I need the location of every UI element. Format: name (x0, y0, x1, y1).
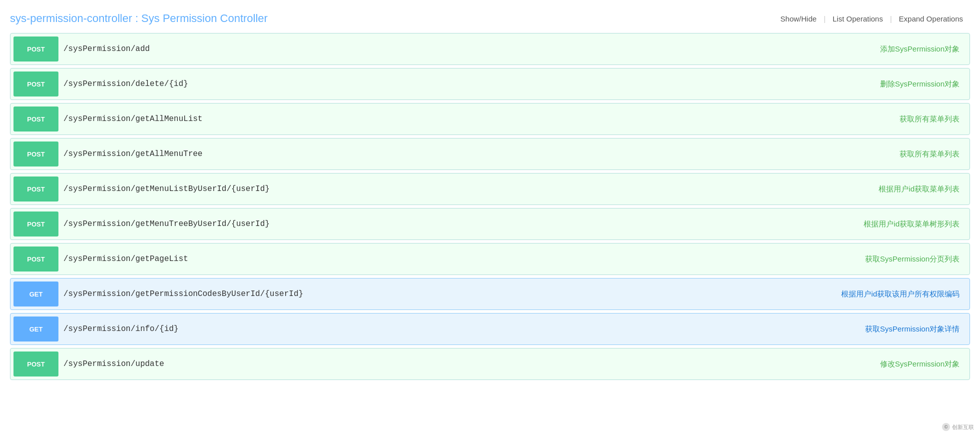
method-badge: GET (13, 282, 58, 306)
method-badge: POST (13, 72, 58, 96)
operation-description: 获取所有菜单列表 (820, 114, 970, 124)
operation-row[interactable]: POST/sysPermission/update修改SysPermission… (10, 348, 970, 380)
expand-operations-button[interactable]: Expand Operations (892, 14, 970, 23)
operation-row[interactable]: GET/sysPermission/info/{id}获取SysPermissi… (10, 313, 970, 345)
operations-list: POST/sysPermission/add添加SysPermission对象P… (10, 33, 970, 380)
operation-description: 根据用户id获取该用户所有权限编码 (820, 290, 970, 299)
operation-description: 删除SysPermission对象 (820, 80, 970, 89)
operation-path: /sysPermission/info/{id} (63, 320, 820, 338)
controller-title: sys-permission-controller : Sys Permissi… (10, 12, 268, 25)
method-badge: POST (13, 36, 58, 62)
operation-description: 根据用户id获取菜单树形列表 (820, 220, 970, 229)
page-header: sys-permission-controller : Sys Permissi… (10, 8, 970, 33)
operation-path: /sysPermission/getMenuListByUserId/{user… (63, 180, 820, 198)
method-badge: POST (13, 352, 58, 376)
method-badge: POST (13, 106, 58, 132)
method-badge: GET (13, 316, 58, 342)
operation-path: /sysPermission/getPermissionCodesByUserI… (63, 286, 820, 302)
operation-description: 修改SysPermission对象 (820, 360, 970, 369)
header-controls: Show/Hide | List Operations | Expand Ope… (773, 14, 970, 23)
operation-path: /sysPermission/update (63, 356, 820, 372)
operation-row[interactable]: POST/sysPermission/getMenuListByUserId/{… (10, 173, 970, 205)
operation-path: /sysPermission/delete/{id} (63, 76, 820, 92)
operation-row[interactable]: POST/sysPermission/getPageList获取SysPermi… (10, 243, 970, 275)
operation-row[interactable]: POST/sysPermission/getAllMenuTree获取所有菜单列… (10, 138, 970, 170)
operation-path: /sysPermission/getAllMenuTree (63, 146, 820, 162)
operation-row[interactable]: POST/sysPermission/delete/{id}删除SysPermi… (10, 68, 970, 100)
operation-row[interactable]: POST/sysPermission/getAllMenuList获取所有菜单列… (10, 103, 970, 135)
list-operations-button[interactable]: List Operations (826, 14, 890, 23)
operation-path: /sysPermission/getAllMenuList (63, 110, 820, 128)
brand-icon: © (942, 423, 950, 431)
operation-description: 添加SysPermission对象 (820, 44, 970, 54)
operation-path: /sysPermission/getMenuTreeByUserId/{user… (63, 216, 820, 232)
operation-path: /sysPermission/add (63, 40, 820, 58)
brand-label: 创新互联 (952, 424, 974, 431)
operation-path: /sysPermission/getPageList (63, 250, 820, 268)
method-badge: POST (13, 176, 58, 202)
operation-description: 获取SysPermission分页列表 (820, 254, 970, 264)
operation-description: 根据用户id获取菜单列表 (820, 184, 970, 194)
footer-brand: © 创新互联 (942, 423, 974, 431)
method-badge: POST (13, 246, 58, 272)
show-hide-button[interactable]: Show/Hide (773, 14, 824, 23)
operation-row[interactable]: POST/sysPermission/add添加SysPermission对象 (10, 33, 970, 65)
controller-subtitle: Sys Permission Controller (141, 12, 268, 24)
operation-row[interactable]: GET/sysPermission/getPermissionCodesByUs… (10, 278, 970, 310)
title-separator: : (132, 12, 141, 24)
operation-row[interactable]: POST/sysPermission/getMenuTreeByUserId/{… (10, 208, 970, 240)
controller-name-bold: sys-permission-controller (10, 12, 132, 24)
operation-description: 获取所有菜单列表 (820, 150, 970, 159)
method-badge: POST (13, 212, 58, 236)
method-badge: POST (13, 142, 58, 166)
operation-description: 获取SysPermission对象详情 (820, 324, 970, 334)
